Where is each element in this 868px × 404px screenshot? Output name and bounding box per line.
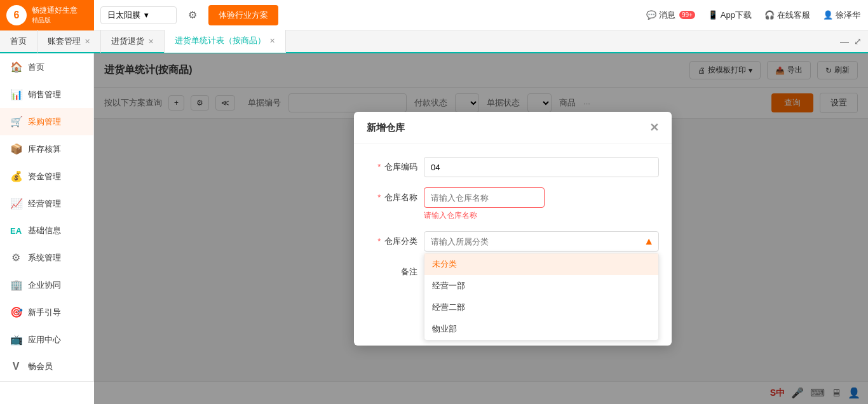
category-select-wrapper: ▲ 未分类 经营一部 经营二部 物业部 — [424, 231, 659, 252]
message-badge: 99+ — [679, 11, 695, 19]
tab-bar-actions: — ⤢ — [840, 36, 868, 46]
category-required-mark: * — [377, 236, 381, 246]
sidebar-item-purchase[interactable]: 🛒 采购管理 — [0, 108, 93, 135]
sidebar-item-system[interactable]: ⚙ 系统管理 — [0, 244, 93, 271]
system-icon: ⚙ — [10, 252, 22, 264]
sidebar-item-system-label: 系统管理 — [28, 252, 61, 264]
enterprise-icon: 🏢 — [10, 279, 22, 291]
sidebar-item-sales-label: 销售管理 — [28, 89, 61, 100]
user-profile-button[interactable]: 👤 徐泽华 — [823, 10, 860, 21]
restore-icon[interactable]: ⤢ — [854, 36, 862, 46]
app-download-button[interactable]: 📱 App下载 — [708, 10, 752, 21]
sidebar-item-home-label: 首页 — [28, 62, 44, 73]
dialog-body: * 仓库编码 * 仓库名称 请输入仓库名称 — [354, 144, 672, 305]
message-icon: 💬 — [646, 10, 656, 20]
category-input[interactable] — [424, 231, 659, 252]
home-icon: 🏠 — [10, 61, 22, 73]
dialog-close-button[interactable]: ✕ — [649, 121, 659, 135]
phone-icon: 📱 — [708, 10, 718, 20]
name-form-row: * 仓库名称 请输入仓库名称 — [367, 187, 659, 221]
settings-button[interactable]: ⚙ — [183, 6, 202, 25]
sidebar-item-membership[interactable]: V 畅会员 — [0, 353, 93, 380]
purchase-icon: 🛒 — [10, 116, 22, 128]
dropdown-item-property[interactable]: 物业部 — [424, 318, 658, 340]
sales-icon: 📊 — [10, 88, 22, 100]
tab-home[interactable]: 首页 — [0, 30, 37, 53]
user-avatar-icon: 👤 — [823, 10, 833, 20]
code-label: * 仓库编码 — [367, 157, 417, 177]
tab-purchase-return-close[interactable]: ✕ — [148, 37, 154, 46]
app-download-label: App下载 — [721, 10, 752, 21]
sidebar: 🏠 首页 📊 销售管理 🛒 采购管理 📦 库存核算 💰 资金管理 📈 经营管理 … — [0, 53, 94, 404]
code-form-row: * 仓库编码 — [367, 157, 659, 177]
tab-purchase-stats-close[interactable]: ✕ — [269, 37, 275, 45]
sidebar-item-operations-label: 经营管理 — [28, 198, 61, 210]
trial-button[interactable]: 体验行业方案 — [208, 5, 278, 25]
dropdown-item-uncategorized[interactable]: 未分类 — [424, 253, 658, 275]
code-required-mark: * — [377, 162, 381, 172]
tab-bar: 首页 账套管理 ✕ 进货退货 ✕ 进货单统计表（按商品） ✕ — ⤢ — [0, 30, 868, 53]
sidebar-item-guide-label: 新手引导 — [28, 307, 61, 318]
dialog-header: 新增仓库 ✕ — [354, 112, 672, 144]
category-dropdown: 未分类 经营一部 经营二部 物业部 — [424, 253, 659, 340]
sidebar-item-basic-info-label: 基础信息 — [28, 225, 61, 236]
dialog-title: 新增仓库 — [367, 122, 405, 134]
sidebar-item-app-center-label: 应用中心 — [28, 334, 61, 346]
sidebar-item-enterprise-label: 企业协同 — [28, 279, 61, 291]
sidebar-item-inventory[interactable]: 📦 库存核算 — [0, 135, 93, 163]
name-error-area: 请输入仓库名称 — [424, 210, 477, 221]
top-header: 6 畅捷通好生意 精品版 日太阳膜 ▾ ⚙ 体验行业方案 💬 消息 99+ 📱 … — [0, 0, 868, 30]
sidebar-item-operations[interactable]: 📈 经营管理 — [0, 190, 93, 217]
guide-icon: 🎯 — [10, 306, 22, 318]
sidebar-item-membership-label: 畅会员 — [28, 361, 53, 372]
sidebar-item-app-center[interactable]: 📺 应用中心 — [0, 326, 93, 353]
tab-purchase-stats-label: 进货单统计表（按商品） — [175, 35, 266, 46]
basic-info-icon: EA — [10, 226, 22, 236]
tab-accounts-label: 账套管理 — [48, 36, 81, 47]
sidebar-item-home[interactable]: 🏠 首页 — [0, 53, 93, 81]
logo-area: 6 畅捷通好生意 精品版 — [0, 0, 94, 30]
tab-purchase-return-label: 进货退货 — [111, 36, 144, 47]
minimize-icon[interactable]: — — [840, 36, 849, 46]
headset-icon: 🎧 — [764, 10, 775, 20]
inventory-icon: 📦 — [10, 143, 22, 155]
online-service-button[interactable]: 🎧 在线客服 — [764, 10, 810, 21]
warehouse-name-input[interactable] — [424, 187, 545, 208]
sidebar-item-basic-info[interactable]: EA 基础信息 — [0, 217, 93, 244]
sidebar-item-guide[interactable]: 🎯 新手引导 — [0, 299, 93, 326]
store-name: 日太阳膜 — [107, 10, 140, 21]
add-warehouse-dialog: 新增仓库 ✕ * 仓库编码 * 仓库名称 — [354, 112, 672, 346]
logo-icon: 6 — [6, 5, 27, 25]
app-center-icon: 📺 — [10, 333, 22, 346]
name-required-mark: * — [377, 192, 381, 202]
chevron-down-icon: ▾ — [144, 10, 149, 20]
message-button[interactable]: 💬 消息 99+ — [646, 10, 695, 21]
user-name: 徐泽华 — [836, 10, 860, 21]
tab-home-label: 首页 — [10, 36, 27, 47]
category-label: * 仓库分类 — [367, 231, 417, 252]
sidebar-item-enterprise[interactable]: 🏢 企业协同 — [0, 271, 93, 299]
name-error-message: 请输入仓库名称 — [424, 211, 477, 220]
sidebar-item-purchase-label: 采购管理 — [28, 116, 61, 128]
store-selector[interactable]: 日太阳膜 ▾ — [100, 6, 177, 24]
logo-main-text: 畅捷通好生意 — [32, 6, 78, 16]
operations-icon: 📈 — [10, 198, 22, 210]
tab-accounts[interactable]: 账套管理 ✕ — [37, 30, 101, 53]
category-form-row: * 仓库分类 ▲ 未分类 经营一部 经营二部 物业部 — [367, 231, 659, 252]
logo-text-area: 畅捷通好生意 精品版 — [32, 6, 78, 24]
sidebar-item-finance[interactable]: 💰 资金管理 — [0, 163, 93, 190]
dropdown-item-dept1[interactable]: 经营一部 — [424, 275, 658, 297]
warehouse-code-input[interactable] — [424, 157, 659, 177]
tab-accounts-close[interactable]: ✕ — [85, 37, 90, 46]
membership-icon: V — [10, 361, 22, 372]
online-service-label: 在线客服 — [777, 10, 810, 21]
finance-icon: 💰 — [10, 170, 22, 182]
name-label: * 仓库名称 — [367, 187, 417, 208]
sidebar-item-finance-label: 资金管理 — [28, 171, 61, 182]
sidebar-item-sales[interactable]: 📊 销售管理 — [0, 81, 93, 108]
logo-sub-text: 精品版 — [32, 16, 78, 24]
dropdown-item-dept2[interactable]: 经营二部 — [424, 297, 658, 318]
tab-purchase-stats[interactable]: 进货单统计表（按商品） ✕ — [165, 30, 286, 53]
header-right: 💬 消息 99+ 📱 App下载 🎧 在线客服 👤 徐泽华 — [646, 10, 860, 21]
tab-purchase-return[interactable]: 进货退货 ✕ — [101, 30, 165, 53]
